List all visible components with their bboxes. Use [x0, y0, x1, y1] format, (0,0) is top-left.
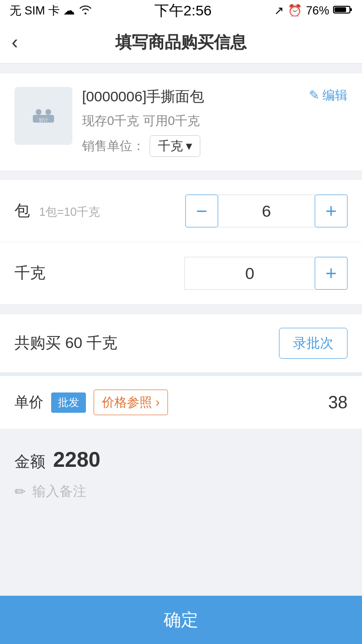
- bao-plus-button[interactable]: +: [315, 195, 348, 227]
- battery-icon: [333, 4, 352, 17]
- kg-controls: +: [184, 257, 348, 290]
- sim-label: 无 SIM 卡 ☁: [10, 3, 75, 18]
- alarm-icon: ⏰: [288, 4, 302, 17]
- edit-icon: ✎: [309, 88, 320, 103]
- product-card: 智计 [0000006]手撕面包 ✎ 编辑 现存0千克 可用0千克 销售单位： …: [0, 73, 362, 170]
- bao-input[interactable]: [218, 195, 315, 227]
- amount-value: 2280: [53, 448, 100, 472]
- amount-row: 金额 2280: [14, 443, 348, 482]
- product-image: 智计: [14, 87, 72, 145]
- amount-label: 金额: [14, 451, 45, 473]
- page-title: 填写商品购买信息: [115, 31, 247, 54]
- edit-button[interactable]: ✎ 编辑: [309, 87, 348, 104]
- kg-plus-button[interactable]: +: [315, 257, 348, 290]
- nav-bar: ‹ 填写商品购买信息: [0, 21, 362, 64]
- svg-point-3: [36, 109, 42, 115]
- svg-text:智计: 智计: [39, 117, 48, 123]
- wifi-icon: [79, 4, 92, 17]
- pencil-icon: ✏: [14, 484, 26, 500]
- bao-row: 包 1包=10千克 − +: [0, 180, 362, 242]
- unit-select[interactable]: 千克 ▾: [150, 135, 200, 157]
- remark-row[interactable]: ✏ 输入备注: [14, 482, 348, 510]
- kg-row: 千克 +: [0, 242, 362, 305]
- price-tag-button[interactable]: 批发: [51, 392, 86, 413]
- price-section: 单价 批发 价格参照 › 38: [0, 376, 362, 429]
- kg-label: 千克: [14, 263, 184, 284]
- bao-controls: − +: [185, 195, 348, 227]
- product-stock: 现存0千克 可用0千克: [82, 112, 348, 129]
- price-label: 单价: [14, 392, 43, 412]
- bao-minus-button[interactable]: −: [185, 195, 218, 227]
- status-left: 无 SIM 卡 ☁: [10, 3, 92, 18]
- bao-label: 包 1包=10千克: [14, 200, 185, 222]
- product-unit: 销售单位： 千克 ▾: [82, 135, 348, 157]
- total-text: 共购买 60 千克: [14, 333, 117, 354]
- price-ref-button[interactable]: 价格参照 ›: [94, 390, 168, 415]
- svg-rect-2: [334, 7, 346, 12]
- total-row: 共购买 60 千克 录批次: [0, 314, 362, 376]
- price-value: 38: [328, 392, 348, 413]
- product-name: [0000006]手撕面包: [82, 87, 204, 107]
- kg-input[interactable]: [184, 257, 315, 290]
- svg-rect-1: [350, 8, 352, 11]
- confirm-button[interactable]: 确定: [0, 596, 362, 644]
- status-time: 下午2:56: [154, 1, 211, 21]
- battery-label: 76%: [306, 4, 329, 17]
- svg-point-4: [45, 109, 51, 115]
- remark-placeholder: 输入备注: [32, 482, 86, 501]
- amount-section: 金额 2280 ✏ 输入备注: [0, 429, 362, 510]
- chevron-down-icon: ▾: [186, 139, 192, 154]
- status-right: ↗ ⏰ 76%: [274, 4, 352, 17]
- location-icon: ↗: [274, 4, 284, 17]
- batch-button[interactable]: 录批次: [279, 328, 348, 359]
- product-info: [0000006]手撕面包 ✎ 编辑 现存0千克 可用0千克 销售单位： 千克 …: [82, 87, 348, 157]
- quantity-section: 包 1包=10千克 − + 千克 +: [0, 180, 362, 305]
- back-button[interactable]: ‹: [12, 31, 18, 53]
- status-bar: 无 SIM 卡 ☁ 下午2:56 ↗ ⏰ 76%: [0, 0, 362, 21]
- bao-hint: 1包=10千克: [39, 205, 100, 218]
